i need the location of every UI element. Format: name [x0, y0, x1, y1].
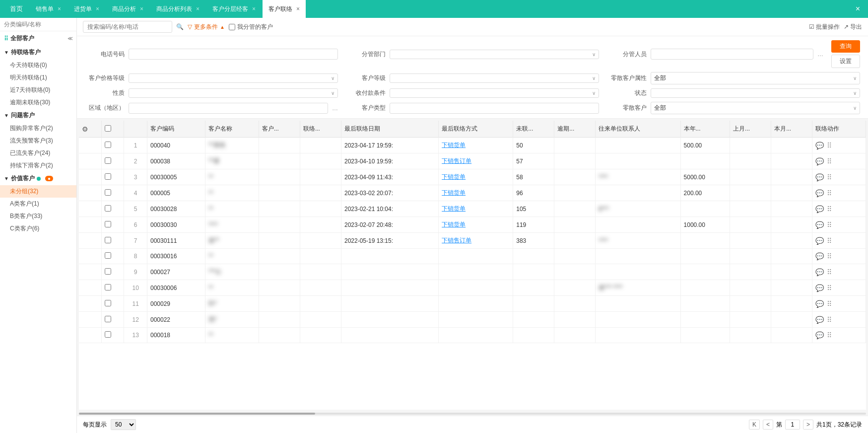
- scrollbar-thumb[interactable]: [79, 413, 315, 415]
- contact-method-link[interactable]: 下销货单: [442, 221, 466, 228]
- nav-tab-customer-segment[interactable]: 客户分层经客 ×: [206, 0, 262, 18]
- sidebar-item-declining[interactable]: 持续下滑客户(2): [0, 159, 76, 172]
- grid-action-icon[interactable]: ⠿: [827, 221, 832, 229]
- chat-icon[interactable]: 💬: [815, 268, 824, 276]
- grid-action-icon[interactable]: ⠿: [827, 157, 832, 165]
- grid-action-icon[interactable]: ⠿: [827, 173, 832, 181]
- sidebar-item-churned[interactable]: 已流失客户(24): [0, 147, 76, 159]
- row-checkbox[interactable]: [105, 189, 111, 196]
- grid-action-icon[interactable]: ⠿: [827, 300, 832, 308]
- grid-action-icon[interactable]: ⠿: [827, 142, 832, 149]
- retail-attr-select[interactable]: 全部 ∨: [651, 72, 860, 84]
- close-all-button[interactable]: ×: [852, 4, 864, 13]
- sidebar-item-today[interactable]: 今天待联络(0): [0, 59, 76, 72]
- chat-icon[interactable]: 💬: [815, 237, 824, 245]
- row-checkbox[interactable]: [105, 142, 111, 148]
- grid-action-icon[interactable]: ⠿: [827, 331, 832, 339]
- sidebar-item-class-b[interactable]: B类客户(33): [0, 210, 76, 222]
- chat-icon[interactable]: 💬: [815, 157, 824, 165]
- retail-cust-select[interactable]: 全部 ∨: [651, 102, 860, 114]
- export-button[interactable]: ↗ 导出: [844, 23, 862, 31]
- sidebar-item-churn-warning[interactable]: 流失预警客户(3): [0, 135, 76, 147]
- nav-home[interactable]: 首页: [4, 0, 29, 18]
- first-page-button[interactable]: K: [749, 420, 760, 430]
- contact-method-link[interactable]: 下销货单: [442, 205, 466, 212]
- category-search-input[interactable]: [4, 21, 77, 28]
- sidebar-item-tomorrow[interactable]: 明天待联络(1): [0, 72, 76, 84]
- select-all-checkbox[interactable]: [105, 125, 111, 132]
- cust-level-select[interactable]: ∨: [390, 73, 599, 83]
- row-checkbox[interactable]: [105, 316, 111, 322]
- chat-icon[interactable]: 💬: [815, 221, 824, 229]
- more-conditions-button[interactable]: ▽ 更多条件 ▲: [188, 23, 225, 31]
- sidebar-item-7days[interactable]: 近7天待联络(0): [0, 84, 76, 96]
- group-pending-contact[interactable]: ▼ 待联络客户: [0, 46, 76, 59]
- close-icon[interactable]: ×: [96, 5, 99, 12]
- chat-icon[interactable]: 💬: [815, 173, 824, 181]
- status-select[interactable]: ∨: [651, 88, 860, 98]
- search-icon[interactable]: 🔍: [176, 23, 184, 30]
- sidebar-item-class-a[interactable]: A类客户(1): [0, 198, 76, 210]
- grid-action-icon[interactable]: ⠿: [827, 252, 832, 260]
- region-input[interactable]: [129, 103, 328, 114]
- payment-select[interactable]: ∨: [390, 88, 599, 98]
- grid-action-icon[interactable]: ⠿: [827, 284, 832, 292]
- more-icon[interactable]: …: [817, 51, 823, 58]
- dept-select[interactable]: ∨: [390, 50, 599, 59]
- row-checkbox[interactable]: [105, 221, 111, 227]
- chat-icon[interactable]: 💬: [815, 331, 824, 339]
- contact-method-link[interactable]: 下销货单: [442, 173, 466, 180]
- horizontal-scrollbar[interactable]: [77, 412, 868, 416]
- nav-tab-analysis-list[interactable]: 商品分析列表 ×: [150, 0, 205, 18]
- row-checkbox[interactable]: [105, 331, 111, 338]
- contact-method-link[interactable]: 下销售订单: [442, 157, 471, 164]
- more-icon[interactable]: …: [332, 105, 338, 112]
- page-input[interactable]: [785, 420, 800, 430]
- chat-icon[interactable]: 💬: [815, 300, 824, 308]
- grid-action-icon[interactable]: ⠿: [827, 205, 832, 213]
- prev-page-button[interactable]: <: [763, 420, 773, 430]
- chat-icon[interactable]: 💬: [815, 205, 824, 213]
- close-icon[interactable]: ×: [296, 5, 300, 12]
- row-checkbox[interactable]: [105, 284, 111, 290]
- reset-button[interactable]: 设置: [831, 55, 860, 68]
- sidebar-item-class-c[interactable]: C类客户(6): [0, 222, 76, 235]
- manager-input[interactable]: [651, 49, 813, 60]
- chat-icon[interactable]: 💬: [815, 142, 824, 149]
- nav-tab-analysis[interactable]: 商品分析 ×: [106, 0, 149, 18]
- close-icon[interactable]: ×: [196, 5, 200, 12]
- search-input[interactable]: [83, 21, 172, 33]
- grid-action-icon[interactable]: ⠿: [827, 189, 832, 197]
- all-customers-header[interactable]: ⠿ 全部客户 ≪: [0, 31, 76, 46]
- per-page-select[interactable]: 50 100: [111, 419, 136, 430]
- row-checkbox[interactable]: [105, 237, 111, 243]
- contact-method-link[interactable]: 下销货单: [442, 142, 466, 148]
- row-checkbox[interactable]: [105, 173, 111, 180]
- group-value-customers[interactable]: ▼ 价值客户 ●: [0, 172, 76, 185]
- grid-action-icon[interactable]: ⠿: [827, 237, 832, 245]
- grid-action-icon[interactable]: ⠿: [827, 316, 832, 324]
- group-problem-customers[interactable]: ▼ 问题客户: [0, 109, 76, 122]
- chat-icon[interactable]: 💬: [815, 189, 824, 197]
- chat-icon[interactable]: 💬: [815, 252, 824, 260]
- close-icon[interactable]: ×: [140, 5, 143, 12]
- nav-tab-customer-contact[interactable]: 客户联络 ×: [263, 0, 306, 18]
- chat-icon[interactable]: 💬: [815, 284, 824, 292]
- nature-select[interactable]: ∨: [129, 88, 338, 98]
- row-checkbox[interactable]: [105, 252, 111, 259]
- row-checkbox[interactable]: [105, 205, 111, 212]
- close-icon[interactable]: ×: [58, 5, 61, 12]
- price-level-select[interactable]: ∨: [129, 73, 338, 83]
- my-customers-checkbox[interactable]: [229, 24, 235, 30]
- my-customers-checkbox-label[interactable]: 我分管的客户: [229, 23, 273, 31]
- chat-icon[interactable]: 💬: [815, 316, 824, 324]
- cust-type-input[interactable]: [390, 103, 599, 114]
- sidebar-item-unclassified[interactable]: 未分组(32): [0, 185, 76, 198]
- sidebar-item-overdue[interactable]: 逾期未联络(30): [0, 96, 76, 109]
- contact-method-link[interactable]: 下销售订单: [442, 237, 471, 244]
- phone-input[interactable]: [129, 49, 338, 60]
- query-button[interactable]: 查询: [831, 40, 860, 53]
- row-checkbox[interactable]: [105, 300, 111, 306]
- settings-button[interactable]: ⚙: [82, 125, 88, 133]
- contact-method-link[interactable]: 下销货单: [442, 189, 466, 196]
